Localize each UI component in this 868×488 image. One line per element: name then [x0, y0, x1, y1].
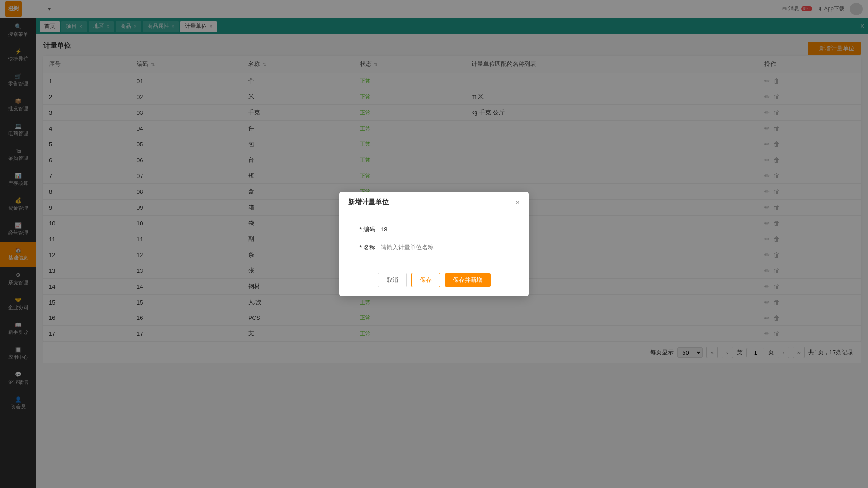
- modal-close-button[interactable]: ×: [515, 198, 520, 206]
- modal-overlay: 新增计量单位 × * 编码 * 名称 取消 保存 保存并新增: [0, 0, 868, 488]
- form-row-name: * 名称: [348, 242, 520, 253]
- name-label: * 名称: [348, 244, 375, 252]
- modal-body: * 编码 * 名称: [339, 213, 529, 267]
- modal-footer: 取消 保存 保存并新增: [339, 267, 529, 296]
- code-label: * 编码: [348, 225, 375, 234]
- save-and-new-button[interactable]: 保存并新增: [445, 273, 491, 287]
- cancel-button[interactable]: 取消: [378, 273, 407, 287]
- code-input[interactable]: [381, 224, 520, 235]
- modal-header: 新增计量单位 ×: [339, 192, 529, 213]
- add-measure-unit-modal: 新增计量单位 × * 编码 * 名称 取消 保存 保存并新增: [339, 192, 529, 296]
- name-input[interactable]: [381, 242, 520, 253]
- modal-title: 新增计量单位: [348, 198, 389, 206]
- save-button[interactable]: 保存: [411, 273, 440, 287]
- form-row-code: * 编码: [348, 224, 520, 235]
